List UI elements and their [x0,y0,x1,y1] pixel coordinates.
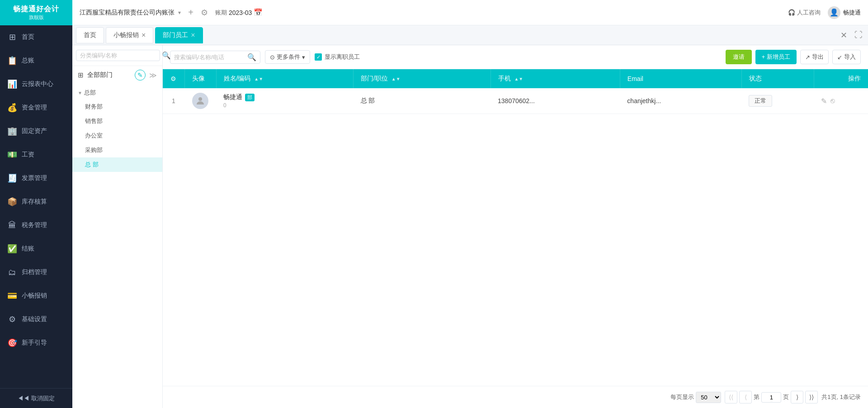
sidebar-logo[interactable]: 畅捷通好会计 旗舰版 [0,0,72,25]
grid-icon: ⊞ [78,71,84,79]
sidebar-item-库存核算[interactable]: 📦 库存核算 [0,190,72,213]
td-phone: 138070602... [491,88,620,114]
nav-icon: 📋 [7,56,17,66]
employee-search-input[interactable] [174,54,245,61]
nav-icon: 📊 [7,79,17,89]
nav-icon: 🗂 [7,268,17,277]
settings-icon[interactable]: ⚙ [170,75,176,82]
sidebar-item-云报表中心[interactable]: 📊 云报表中心 [0,72,72,96]
topbar-service-label: 人工咨询 [797,9,821,17]
dept-item-zongbu[interactable]: 总 部 [72,157,162,172]
employee-search-box[interactable]: 🔍 [170,51,260,64]
page-suffix: 页 [783,393,789,401]
sidebar-item-固定资产[interactable]: 🏢 固定资产 [0,119,72,143]
per-page-label: 每页显示 [670,393,694,401]
invite-button[interactable]: 邀请 [726,50,752,64]
th-dept[interactable]: 部门/职位 ▲▼ [354,69,491,88]
sidebar-item-小畅报销[interactable]: 💳 小畅报销 [0,284,72,308]
dept-collapse-button[interactable]: ≫ [149,71,157,80]
nav-icon: 💰 [7,103,17,113]
th-phone[interactable]: 手机 ▲▼ [491,69,620,88]
dept-header[interactable]: ⊞ 全部部门 ✎ ≫ [72,66,162,84]
main: 🔍 ⊞ 全部部门 ✎ ≫ ▼ 总部 财务部 销售部 办公室 采购部 总 部 🔍 [72,45,868,408]
tab-dept-employee[interactable]: 部门员工 × [155,27,203,43]
page-nav: ⟨⟨ ⟨ 第 页 ⟩ ⟩⟩ [725,391,818,403]
topbar-period-label: 账期 [215,9,227,17]
dept-edit-button[interactable]: ✎ [135,70,146,81]
tab-home-label: 首页 [84,31,96,39]
filter-button[interactable]: ⊙ 更多条件 ▾ [265,50,310,64]
tab-home[interactable]: 首页 [76,27,104,43]
dept-item-bangong[interactable]: 办公室 [72,128,162,143]
tabbar-expand-button[interactable]: ⛶ [853,28,864,42]
tab-dept-close[interactable]: × [191,32,195,39]
nav-icon: 🏢 [7,126,17,136]
dept-item-xiaoshou[interactable]: 销售部 [72,114,162,128]
tab-xiaochang-close[interactable]: × [142,32,146,39]
nav-label: 云报表中心 [22,80,53,88]
nav-label: 结账 [22,245,34,253]
edit-button[interactable]: ✎ [821,97,827,105]
topbar-dropdown-icon[interactable]: ▾ [178,9,181,16]
dept-search-input[interactable] [76,50,160,61]
import-button[interactable]: ↙ 导入 [832,50,861,64]
th-email: Email [620,69,741,88]
sidebar-item-发票管理[interactable]: 🧾 发票管理 [0,166,72,190]
export-button[interactable]: ↗ 导出 [800,50,829,64]
import-icon: ↙ [837,54,842,61]
sidebar-item-归档管理[interactable]: 🗂 归档管理 [0,261,72,284]
dept-section-zongbu[interactable]: ▼ 总部 [72,86,162,100]
table-header-row: ⚙ 头像 姓名/编码 ▲▼ 部门/职位 ▲▼ 手机 [163,69,868,88]
page-input[interactable] [761,392,781,403]
add-employee-button[interactable]: + 新增员工 [755,50,797,64]
sidebar-item-首页[interactable]: ⊞ 首页 [0,25,72,49]
tabbar-close-button[interactable]: ✕ [839,28,849,42]
tab-xiaochang-report[interactable]: 小畅报销 × [106,27,153,43]
page-last-button[interactable]: ⟩⟩ [805,391,818,403]
page-next-button[interactable]: ⟩ [791,391,803,403]
nav-label: 基础设置 [22,315,47,323]
action-buttons: ✎ ⎋ [821,97,861,105]
sidebar-item-新手引导[interactable]: 🎯 新手引导 [0,331,72,355]
employee-search-icon[interactable]: 🔍 [247,53,256,62]
sidebar-footer[interactable]: ◀◀ 取消固定 [0,388,72,408]
page-prev-button[interactable]: ⟨ [739,391,752,403]
show-resigned-checkbox[interactable]: ✓ [315,53,322,61]
nav-icon: 🧾 [7,173,17,183]
topbar-company[interactable]: 江西服宝精品有限责任公司内账张 [80,9,175,17]
dept-item-caiwu[interactable]: 财务部 [72,100,162,114]
export-label: 导出 [812,53,824,61]
sidebar-item-工资[interactable]: 💵 工资 [0,143,72,166]
nav-label: 工资 [22,151,34,159]
topbar-user[interactable]: 👤 畅捷通 [828,6,861,19]
sidebar-item-结账[interactable]: ✅ 结账 [0,237,72,261]
nav-label: 总账 [22,57,34,65]
topbar-avatar: 👤 [828,6,840,19]
employee-code: 0 [223,102,346,109]
dept-item-caigou[interactable]: 采购部 [72,143,162,157]
filter-label: 更多条件 [277,53,300,61]
logo-sub: 旗舰版 [29,14,44,21]
nav-label: 固定资产 [22,127,47,135]
filter-icon: ⊙ [270,54,275,61]
tabbar-right: ✕ ⛶ [839,28,864,42]
topbar-settings-icon[interactable]: ⚙ [201,8,208,18]
page-first-button[interactable]: ⟨⟨ [725,391,737,403]
sidebar-item-资金管理[interactable]: 💰 资金管理 [0,96,72,119]
show-resigned-toggle[interactable]: ✓ 显示离职员工 [315,53,360,61]
per-page-dropdown[interactable]: 50 10 20 100 [696,392,721,403]
topbar-calendar-icon[interactable]: 📅 [254,8,263,17]
user-icon: 👤 [830,8,839,17]
sidebar-item-税务管理[interactable]: 🏛 税务管理 [0,213,72,237]
sidebar-item-总账[interactable]: 📋 总账 [0,49,72,72]
topbar-add-button[interactable]: + [184,6,197,19]
table-row: 1 畅捷通 [163,88,868,114]
employee-name-row: 畅捷通 部 [223,93,346,101]
sidebar-item-基础设置[interactable]: ⚙ 基础设置 [0,308,72,331]
topbar-period-value[interactable]: 2023-03 [229,9,252,16]
page-label: 第 [754,393,760,401]
th-name[interactable]: 姓名/编码 ▲▼ [216,69,354,88]
logout-button[interactable]: ⎋ [830,97,835,105]
topbar-service-button[interactable]: 🎧 人工咨询 [788,9,821,17]
th-avatar: 头像 [184,69,216,88]
